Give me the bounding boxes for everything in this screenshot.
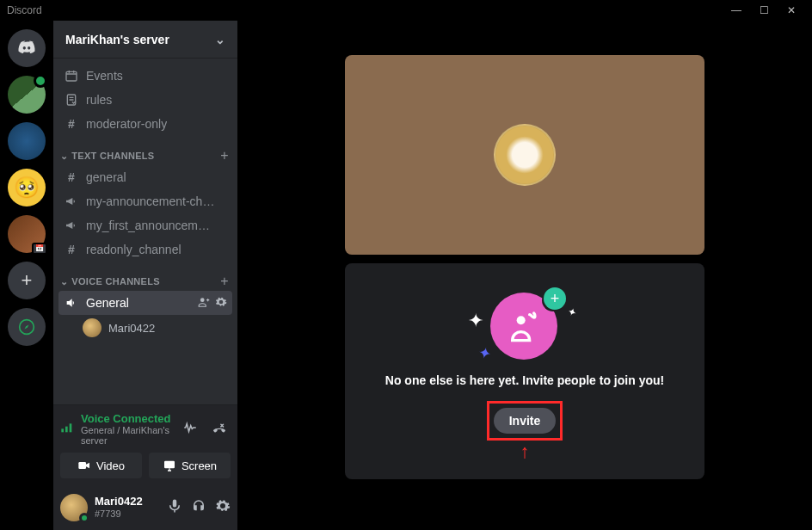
waving-person-icon [507, 309, 541, 343]
rules-icon [64, 92, 79, 108]
online-status-icon [79, 513, 89, 523]
disconnect-button[interactable] [208, 416, 231, 442]
svg-rect-6 [70, 423, 72, 432]
window-title: Discord [7, 4, 723, 16]
window-maximize-button[interactable]: ☐ [750, 4, 778, 16]
svg-rect-1 [66, 71, 77, 81]
hash-icon: # [64, 242, 79, 257]
sparkle-icon: ✦ [477, 343, 493, 365]
server-avatar-2[interactable] [8, 122, 46, 160]
window-close-button[interactable]: ✕ [778, 4, 805, 16]
create-invite-icon[interactable] [198, 296, 210, 311]
svg-point-3 [200, 298, 205, 302]
user-name: Mari0422 [95, 496, 160, 508]
svg-rect-7 [78, 462, 86, 469]
server-avatar-1[interactable] [8, 76, 46, 114]
add-text-channel-button[interactable]: + [220, 148, 229, 163]
text-channels-label: TEXT CHANNELS [71, 151, 154, 161]
voice-member-name: Mari0422 [108, 322, 155, 335]
invite-highlight: Invite [487, 401, 563, 441]
explore-servers-button[interactable] [8, 308, 46, 346]
compass-icon [18, 318, 35, 336]
megaphone-icon [64, 194, 79, 209]
voice-subtext: General / MariKhan's server [81, 425, 172, 446]
voice-channels-label: VOICE CHANNELS [71, 276, 160, 287]
user-tag: #7739 [95, 508, 160, 520]
signal-icon [60, 421, 74, 438]
avatar [494, 124, 556, 186]
channel-label: readonly_channel [86, 243, 181, 256]
channel-label: general [86, 170, 126, 184]
self-video-tile[interactable] [345, 55, 704, 255]
megaphone-icon [64, 218, 79, 233]
events-label: Events [86, 69, 123, 83]
voice-connection-panel: Voice Connected General / MariKhan's ser… [53, 404, 237, 485]
voice-channel-label: General [86, 296, 129, 310]
channel-general[interactable]: # general [58, 165, 232, 189]
voice-status: Voice Connected [81, 412, 172, 425]
svg-point-9 [517, 316, 526, 324]
voice-channels-category[interactable]: ⌄ VOICE CHANNELS + [58, 262, 232, 291]
chevron-down-icon: ⌄ [60, 151, 68, 162]
voice-channel-general[interactable]: General [58, 291, 232, 315]
channel-label: my-announcement-cha… [86, 194, 215, 208]
home-button[interactable] [8, 29, 46, 67]
channel-my-announcement[interactable]: my-announcement-cha… [58, 189, 232, 213]
channel-my-first-announcement[interactable]: my_first_announcemen… [58, 213, 232, 237]
calendar-icon [64, 68, 79, 83]
window-minimize-button[interactable]: — [723, 4, 750, 16]
video-button-label: Video [96, 459, 125, 472]
empty-state-tile: ✦ + ✦ ✦ No one else is here yet. Invite … [345, 263, 704, 479]
user-avatar[interactable] [60, 494, 88, 521]
annotation-arrow-icon: ↑ [520, 446, 530, 457]
channel-readonly[interactable]: # readonly_channel [58, 237, 232, 262]
server-name: MariKhan's server [65, 33, 169, 46]
discord-logo-icon [16, 38, 37, 59]
screen-icon [163, 459, 176, 472]
avatar [83, 318, 102, 337]
hash-icon: # [64, 169, 79, 185]
plus-badge-icon: + [544, 287, 566, 310]
speaking-badge-icon [34, 74, 47, 88]
channel-settings-icon[interactable] [215, 296, 227, 311]
voice-stage: ✦ + ✦ ✦ No one else is here yet. Invite … [237, 21, 812, 530]
channel-sidebar: MariKhan's server ⌄ Events rules # moder… [53, 21, 237, 530]
video-icon [77, 459, 91, 472]
rules-label: rules [86, 93, 112, 107]
noise-suppression-button[interactable] [179, 416, 201, 442]
svg-rect-5 [65, 426, 68, 432]
mute-button[interactable] [167, 498, 182, 517]
text-channels-category[interactable]: ⌄ TEXT CHANNELS + [58, 136, 232, 165]
add-server-button[interactable]: + [8, 262, 46, 299]
empty-state-text: No one else is here yet. Invite people t… [385, 373, 664, 387]
sparkle-icon: ✦ [468, 310, 483, 332]
user-settings-button[interactable] [215, 498, 231, 517]
chevron-down-icon: ⌄ [215, 33, 225, 46]
video-button[interactable]: Video [60, 453, 142, 478]
invite-illustration: ✦ + ✦ ✦ [473, 289, 576, 365]
add-voice-channel-button[interactable]: + [220, 274, 229, 289]
sparkle-icon: ✦ [566, 305, 578, 320]
server-rail: 🥺 📅 + [0, 21, 53, 530]
channel-label: my_first_announcemen… [86, 219, 215, 232]
screen-share-button[interactable]: Screen [149, 453, 231, 478]
screen-button-label: Screen [181, 459, 217, 472]
server-avatar-3[interactable]: 🥺 [8, 169, 46, 206]
events-row[interactable]: Events [58, 64, 232, 88]
server-header[interactable]: MariKhan's server ⌄ [53, 21, 237, 59]
user-panel: Mari0422 #7739 [53, 485, 237, 530]
speaker-icon [64, 295, 79, 311]
event-badge-icon: 📅 [32, 243, 47, 255]
server-avatar-4[interactable]: 📅 [8, 215, 46, 253]
voice-member[interactable]: Mari0422 [58, 315, 232, 341]
chevron-down-icon: ⌄ [60, 276, 68, 287]
rules-row[interactable]: rules [58, 88, 232, 112]
hash-icon: # [64, 116, 79, 132]
moderator-only-row[interactable]: # moderator-only [58, 112, 232, 136]
moderator-only-label: moderator-only [86, 117, 167, 131]
deafen-button[interactable] [191, 498, 206, 517]
invite-button[interactable]: Invite [494, 408, 557, 434]
window-titlebar: Discord — ☐ ✕ [0, 0, 812, 21]
svg-rect-4 [61, 428, 64, 432]
